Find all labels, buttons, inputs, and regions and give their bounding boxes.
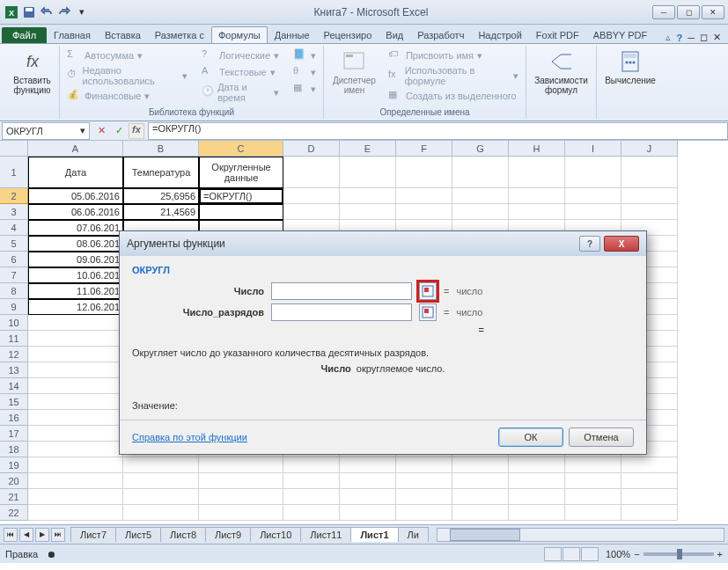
dialog-close-button[interactable]: X <box>604 236 639 252</box>
more-func2-button[interactable]: θ ▾ <box>291 64 318 80</box>
cell[interactable] <box>452 457 509 473</box>
tab-data[interactable]: Данные <box>268 26 317 43</box>
cell[interactable] <box>509 505 565 521</box>
tab-developer[interactable]: Разработч <box>410 26 471 43</box>
cell[interactable] <box>452 188 509 204</box>
row-header[interactable]: 11 <box>0 331 28 347</box>
cell[interactable] <box>28 378 123 394</box>
cell[interactable] <box>28 394 123 410</box>
cell[interactable] <box>621 473 678 489</box>
cell[interactable] <box>28 442 123 457</box>
maximize-button[interactable]: ◻ <box>677 5 700 19</box>
cell[interactable]: 05.06.2016 <box>28 188 123 204</box>
column-header[interactable]: A <box>28 141 123 157</box>
cell[interactable]: 10.06.201 <box>28 267 123 283</box>
row-header[interactable]: 9 <box>0 299 28 315</box>
cell[interactable] <box>621 188 678 204</box>
help-icon[interactable]: ? <box>676 33 682 43</box>
cell[interactable] <box>509 473 565 489</box>
doc-restore-icon[interactable]: ◻ <box>700 32 708 43</box>
row-header[interactable]: 8 <box>0 283 28 299</box>
view-page-break-button[interactable] <box>581 547 599 561</box>
cell[interactable] <box>396 473 452 489</box>
cell[interactable]: 12.06.201 <box>28 299 123 315</box>
qat-dropdown-icon[interactable]: ▾ <box>74 4 90 20</box>
cell[interactable] <box>565 473 621 489</box>
cell[interactable]: 07.06.201 <box>28 220 123 236</box>
zoom-in-button[interactable]: + <box>717 549 723 559</box>
tab-formulas[interactable]: Формулы <box>211 26 268 43</box>
cell[interactable] <box>28 457 123 473</box>
cell[interactable]: =ОКРУГЛ() <box>199 188 283 204</box>
cell[interactable]: 06.06.2016 <box>28 204 123 220</box>
column-header[interactable]: F <box>396 141 452 157</box>
financial-button[interactable]: 💰Финансовые ▾ <box>65 88 189 104</box>
close-button[interactable]: ✕ <box>702 5 724 19</box>
cell[interactable] <box>123 457 199 473</box>
cell[interactable] <box>565 489 621 505</box>
cell[interactable] <box>199 473 283 489</box>
cell[interactable] <box>283 157 340 188</box>
sheet-tab[interactable]: Лист9 <box>205 527 251 542</box>
name-manager-button[interactable]: Диспетчер имен <box>329 48 379 104</box>
tab-view[interactable]: Вид <box>379 26 410 43</box>
create-from-selection-button[interactable]: ▦Создать из выделенного <box>386 88 520 104</box>
accept-formula-button[interactable]: ✓ <box>111 123 127 139</box>
cell[interactable] <box>283 473 340 489</box>
cell[interactable] <box>452 505 509 521</box>
hscroll-thumb[interactable] <box>450 529 520 541</box>
row-header[interactable]: 13 <box>0 362 28 378</box>
zoom-slider[interactable] <box>643 552 714 556</box>
more-func-button[interactable]: 📘 ▾ <box>291 48 318 63</box>
tab-addins[interactable]: Надстрой <box>471 26 528 43</box>
cell[interactable] <box>283 188 340 204</box>
cell[interactable] <box>396 505 452 521</box>
cell[interactable] <box>283 204 340 220</box>
cell[interactable] <box>28 347 123 362</box>
cell[interactable] <box>340 204 396 220</box>
cell[interactable] <box>28 473 123 489</box>
column-header[interactable]: J <box>621 141 678 157</box>
row-header[interactable]: 21 <box>0 489 28 505</box>
dialog-titlebar[interactable]: Аргументы функции ? X <box>120 231 646 256</box>
sheet-nav-prev[interactable]: ◀ <box>19 528 33 542</box>
cell[interactable]: 11.06.201 <box>28 283 123 299</box>
cell[interactable] <box>283 489 340 505</box>
cell[interactable] <box>396 157 452 188</box>
sheet-nav-next[interactable]: ▶ <box>35 528 49 542</box>
tab-abbyy[interactable]: ABBYY PDF <box>586 26 655 43</box>
cell[interactable] <box>283 505 340 521</box>
cell[interactable] <box>340 188 396 204</box>
column-header[interactable]: C <box>199 141 283 157</box>
row-header[interactable]: 1 <box>0 157 28 188</box>
cell[interactable] <box>28 331 123 347</box>
cell[interactable] <box>28 315 123 331</box>
insert-function-button[interactable]: fx Вставить функцию <box>10 48 54 97</box>
cell[interactable] <box>509 204 565 220</box>
row-header[interactable]: 22 <box>0 505 28 521</box>
cell[interactable] <box>340 505 396 521</box>
cell[interactable]: Дата <box>28 157 123 188</box>
assign-name-button[interactable]: 🏷Присвоить имя ▾ <box>386 48 520 63</box>
ok-button[interactable]: ОК <box>498 428 563 447</box>
cancel-formula-button[interactable]: ✕ <box>93 123 109 139</box>
view-page-layout-button[interactable] <box>563 547 580 561</box>
zoom-out-button[interactable]: − <box>634 549 639 559</box>
fx-label[interactable]: fx <box>129 123 144 139</box>
row-header[interactable]: 12 <box>0 347 28 362</box>
cell[interactable] <box>565 157 621 188</box>
cancel-button[interactable]: Отмена <box>569 428 634 447</box>
row-header[interactable]: 16 <box>0 410 28 426</box>
column-header[interactable]: I <box>565 141 621 157</box>
cell[interactable] <box>621 204 678 220</box>
arg1-input[interactable] <box>271 282 412 300</box>
sheet-nav-last[interactable]: ⏭ <box>51 528 65 542</box>
redo-icon[interactable] <box>56 4 72 20</box>
cell[interactable] <box>199 457 283 473</box>
cell[interactable] <box>621 489 678 505</box>
cell[interactable]: 25,6956 <box>123 188 199 204</box>
doc-close-icon[interactable]: ✕ <box>713 32 721 43</box>
dialog-help-button[interactable]: ? <box>579 236 600 252</box>
cell[interactable]: Округленные данные <box>199 157 283 188</box>
cell[interactable] <box>396 204 452 220</box>
